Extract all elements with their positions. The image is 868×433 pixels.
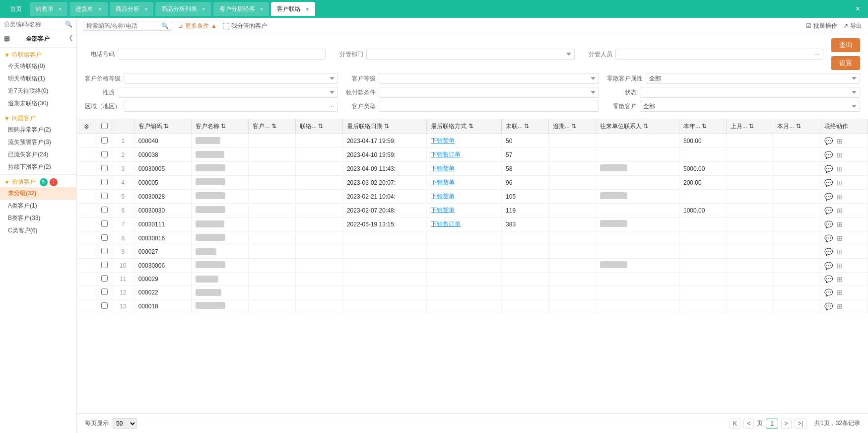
- col-last-method[interactable]: 最后联络方式 ⇅: [427, 119, 502, 134]
- col-name[interactable]: 客户名称 ⇅: [192, 119, 249, 134]
- select-all-checkbox[interactable]: [101, 123, 108, 129]
- grid-action-icon[interactable]: ⊞: [837, 137, 843, 145]
- tab-home[interactable]: 首页: [4, 2, 28, 16]
- col-unit-contact[interactable]: 往来单位联系人 ⇅: [596, 119, 679, 134]
- sidebar-search-input[interactable]: [4, 21, 63, 28]
- tab-customer-contact[interactable]: 客户联络 ×: [271, 2, 315, 16]
- filter-nature-select[interactable]: [118, 87, 338, 98]
- row-checkbox[interactable]: [97, 162, 112, 176]
- chat-icon[interactable]: 💬: [824, 151, 833, 159]
- row-checkbox[interactable]: [97, 190, 112, 204]
- chat-icon[interactable]: 💬: [824, 193, 833, 201]
- row-checkbox[interactable]: [97, 148, 112, 162]
- col-settings[interactable]: ⚙: [77, 119, 97, 134]
- col-this-year[interactable]: 本年... ⇅: [679, 119, 726, 134]
- grid-action-icon[interactable]: ⊞: [837, 220, 843, 228]
- prev-page-btn[interactable]: <: [743, 419, 754, 429]
- grid-action-icon[interactable]: ⊞: [837, 302, 843, 310]
- filter-phone-input[interactable]: [118, 49, 326, 60]
- row-checkbox[interactable]: [97, 204, 112, 217]
- sidebar-item-churned[interactable]: 已流失客户(24): [0, 148, 76, 161]
- sidebar-search-icon[interactable]: 🔍: [65, 21, 72, 28]
- grid-action-icon[interactable]: ⊞: [837, 262, 843, 270]
- filter-dept-select[interactable]: [366, 49, 574, 60]
- filter-customer-type-input[interactable]: [379, 101, 599, 112]
- chat-icon[interactable]: 💬: [824, 165, 833, 173]
- value-refresh-icon[interactable]: ↻: [40, 178, 48, 186]
- tab-customer-segment[interactable]: 客户分层经客 ×: [213, 2, 269, 16]
- tab-product-analysis[interactable]: 商品分析 ×: [110, 2, 153, 16]
- col-code[interactable]: 客户编码 ⇅: [134, 119, 191, 134]
- close-purchase-tab[interactable]: ×: [98, 6, 101, 12]
- col-this-month[interactable]: 本月... ⇅: [773, 119, 820, 134]
- filter-region-input[interactable]: [124, 101, 338, 112]
- row-checkbox[interactable]: [97, 299, 112, 313]
- col-type[interactable]: 客户... ⇅: [249, 119, 296, 134]
- sidebar-item-abnormal[interactable]: 囤购异常客户(2): [0, 124, 76, 136]
- grid-action-icon[interactable]: ⊞: [837, 289, 843, 296]
- current-page[interactable]: 1: [766, 419, 778, 429]
- more-conditions-btn[interactable]: ⊿ 更多条件 ▲: [178, 22, 217, 30]
- row-checkbox[interactable]: [97, 273, 112, 286]
- sidebar-item-churn-warn[interactable]: 流失预警客户(3): [0, 136, 76, 148]
- close-all-icon[interactable]: ×: [852, 4, 864, 13]
- my-customers-check[interactable]: [223, 23, 229, 29]
- grid-action-icon[interactable]: ⊞: [837, 165, 843, 173]
- sidebar-item-overdue-pending[interactable]: 逾期未联络(30): [0, 97, 76, 110]
- collapse-sidebar-btn[interactable]: 《: [66, 34, 72, 43]
- chat-icon[interactable]: 💬: [824, 248, 833, 256]
- tab-product-list[interactable]: 商品分析列表 ×: [155, 2, 211, 16]
- grid-action-icon[interactable]: ⊞: [837, 234, 843, 242]
- row-checkbox[interactable]: [97, 259, 112, 273]
- row-checkbox[interactable]: [97, 217, 112, 231]
- chat-icon[interactable]: 💬: [824, 302, 833, 310]
- row-checkbox[interactable]: [97, 176, 112, 190]
- row-checkbox[interactable]: [97, 245, 112, 259]
- sidebar-item-ungroup[interactable]: 未分组(32): [0, 187, 76, 200]
- chat-icon[interactable]: 💬: [824, 289, 833, 296]
- filter-manager-dots[interactable]: ···: [814, 51, 819, 58]
- grid-action-icon[interactable]: ⊞: [837, 193, 843, 201]
- filter-payment-select[interactable]: [379, 87, 599, 98]
- col-last-month[interactable]: 上月... ⇅: [726, 119, 773, 134]
- chat-icon[interactable]: 💬: [824, 262, 833, 270]
- grid-action-icon[interactable]: ⊞: [837, 248, 843, 256]
- filter-status-select[interactable]: [640, 87, 860, 98]
- col-no-contact[interactable]: 未联... ⇅: [502, 119, 549, 134]
- close-product-list-tab[interactable]: ×: [202, 6, 205, 12]
- grid-action-icon[interactable]: ⊞: [837, 207, 843, 215]
- pending-group-label[interactable]: ▼ 待联络客户: [0, 49, 76, 60]
- row-checkbox[interactable]: [97, 286, 112, 299]
- per-page-select[interactable]: 50 100 200: [112, 418, 137, 429]
- chat-icon[interactable]: 💬: [824, 137, 833, 145]
- col-last-date[interactable]: 最后联络日期 ⇅: [342, 119, 426, 134]
- filter-region-dots[interactable]: ···: [329, 103, 334, 110]
- sidebar-item-class-b[interactable]: B类客户(33): [0, 212, 76, 224]
- chat-icon[interactable]: 💬: [824, 207, 833, 215]
- sidebar-item-declining[interactable]: 持续下滑客户(2): [0, 161, 76, 173]
- first-page-btn[interactable]: K: [730, 419, 740, 429]
- chat-icon[interactable]: 💬: [824, 234, 833, 242]
- sidebar-item-class-c[interactable]: C类客户(6): [0, 224, 76, 237]
- row-checkbox[interactable]: [97, 134, 112, 148]
- sidebar-item-tomorrow-pending[interactable]: 明天待联络(1): [0, 72, 76, 85]
- filter-price-level-select[interactable]: [124, 73, 338, 84]
- search-input[interactable]: [86, 22, 159, 29]
- my-customers-checkbox[interactable]: 我分管的客户: [223, 22, 267, 30]
- search-icon[interactable]: 🔍: [161, 22, 169, 29]
- close-sales-tab[interactable]: ×: [59, 6, 62, 12]
- tab-purchase[interactable]: 进货单 ×: [69, 2, 107, 16]
- filter-customer-level-select[interactable]: [379, 73, 599, 84]
- close-product-tab[interactable]: ×: [144, 6, 147, 12]
- tab-sales[interactable]: 销售单 ×: [30, 2, 67, 16]
- filter-scatter-select[interactable]: 全部: [640, 101, 860, 112]
- export-btn[interactable]: ↗ 导出: [843, 22, 862, 30]
- last-page-btn[interactable]: >|: [795, 419, 806, 429]
- next-page-btn[interactable]: >: [781, 419, 792, 429]
- query-button[interactable]: 查询: [831, 38, 860, 52]
- row-checkbox[interactable]: [97, 231, 112, 245]
- chat-icon[interactable]: 💬: [824, 179, 833, 187]
- batch-op-btn[interactable]: ☑ 批量操作: [806, 22, 837, 30]
- problem-group-label[interactable]: ▼ 问题客户: [0, 112, 76, 124]
- grid-action-icon[interactable]: ⊞: [837, 151, 843, 159]
